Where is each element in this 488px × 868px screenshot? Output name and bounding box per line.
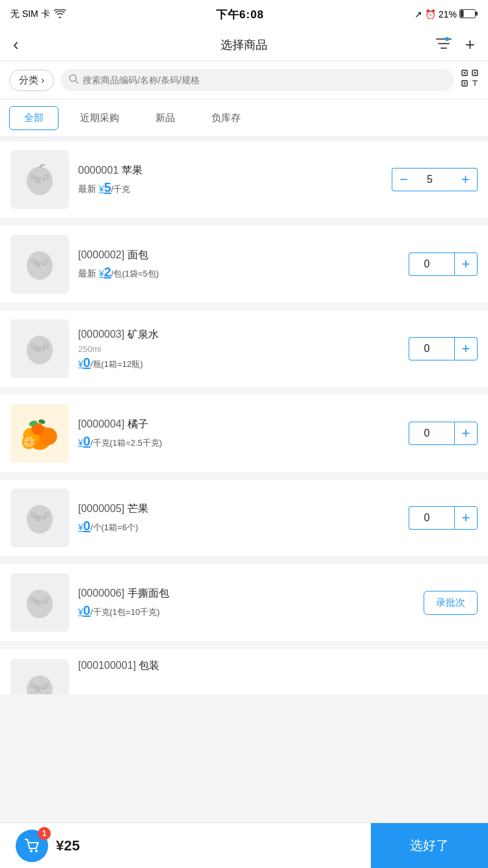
product-price: ¥0/千克(1包=10千克) <box>78 603 414 618</box>
scan-icon[interactable] <box>461 69 479 91</box>
svg-rect-12 <box>464 72 466 74</box>
wifi-icon <box>54 9 66 20</box>
quantity-control: + <box>409 506 478 530</box>
product-price: ¥0/个(1箱=6个) <box>78 519 400 534</box>
svg-point-20 <box>43 174 49 180</box>
quantity-input[interactable] <box>409 422 454 445</box>
alarm-icon: ⏰ <box>425 9 436 20</box>
nav-right: + <box>435 34 475 55</box>
product-info: [0000003] 矿泉水 250ml ¥0/瓶(1箱=12瓶) <box>78 328 400 370</box>
product-image: 智+ <box>10 489 69 547</box>
product-price: ¥0/千克(1箱=2.5千克) <box>78 434 400 449</box>
category-button[interactable]: 分类 › <box>9 70 54 91</box>
svg-point-54 <box>35 850 38 852</box>
quantity-control: + <box>409 337 478 360</box>
product-info: [000100001] 包装 <box>78 659 478 675</box>
status-carrier: 无 SIM 卡 <box>10 8 66 20</box>
tab-new[interactable]: 新品 <box>141 106 190 130</box>
svg-point-47 <box>30 597 36 603</box>
list-item: 智+ [0000003] 矿泉水 250ml ¥0/瓶(1箱=12瓶) + <box>0 310 488 387</box>
svg-point-6 <box>445 37 449 41</box>
increase-button[interactable]: + <box>454 422 478 445</box>
quantity-control: − + <box>392 168 478 191</box>
product-name: [0000005] 芒果 <box>78 502 400 516</box>
svg-point-43 <box>30 512 36 519</box>
confirm-button[interactable]: 选好了 <box>371 823 488 869</box>
search-icon <box>68 74 79 87</box>
svg-point-51 <box>30 683 36 689</box>
svg-rect-13 <box>474 72 476 74</box>
increase-button[interactable]: + <box>454 168 478 191</box>
product-name: [0000004] 橘子 <box>78 418 400 431</box>
product-image: 智+ <box>10 235 69 293</box>
product-price: ¥0/瓶(1箱=12瓶) <box>78 355 400 370</box>
list-item: 智+ [0000002] 面包 最新 ¥2/包(1袋=5包) + <box>0 226 488 303</box>
batch-button[interactable]: 录批次 <box>424 591 478 615</box>
page-title: 选择商品 <box>221 37 267 53</box>
svg-point-44 <box>43 512 49 519</box>
add-button[interactable]: + <box>465 34 475 55</box>
list-item: 智+ [000100001] 包装 <box>0 649 488 694</box>
svg-rect-1 <box>476 12 478 16</box>
quantity-control: + <box>409 422 478 445</box>
quantity-control: + <box>409 252 478 276</box>
cart-area: 1 ¥25 <box>0 830 371 862</box>
quantity-input[interactable] <box>409 337 454 360</box>
status-bar: 无 SIM 卡 下午6:08 ↗ ⏰ 21% <box>0 0 488 29</box>
increase-button[interactable]: + <box>454 506 478 530</box>
quantity-input[interactable] <box>415 168 454 191</box>
total-price: ¥25 <box>56 837 80 854</box>
filter-icon[interactable] <box>435 36 452 53</box>
svg-point-53 <box>30 850 33 852</box>
product-name: [0000006] 手撕面包 <box>78 587 414 601</box>
svg-point-52 <box>43 683 49 689</box>
list-item: 智+ [0000005] 芒果 ¥0/个(1箱=6个) + <box>0 480 488 556</box>
search-box <box>61 69 454 91</box>
quantity-input[interactable] <box>409 252 454 276</box>
svg-point-23 <box>30 258 36 265</box>
svg-rect-2 <box>460 10 463 17</box>
product-image: 智+ <box>10 659 69 694</box>
battery-indicator: 21% <box>439 9 457 20</box>
svg-point-19 <box>30 174 36 180</box>
bottom-bar: 1 ¥25 选好了 <box>0 822 488 868</box>
increase-button[interactable]: + <box>454 337 478 360</box>
product-spec: 250ml <box>78 344 400 354</box>
product-name: 0000001 苹果 <box>78 164 383 178</box>
status-indicators: ↗ ⏰ 21% <box>414 9 478 20</box>
svg-point-27 <box>30 343 36 349</box>
cart-badge: 1 <box>38 827 51 840</box>
product-info: [0000006] 手撕面包 ¥0/千克(1包=10千克) <box>78 587 414 618</box>
product-name: [0000002] 面包 <box>78 249 400 262</box>
product-price: 最新 ¥5/千克 <box>78 180 383 195</box>
quantity-input[interactable] <box>409 506 454 530</box>
svg-point-28 <box>43 343 49 349</box>
filter-bar: 分类 › <box>0 61 488 100</box>
cart-button[interactable]: 1 <box>16 830 48 862</box>
nav-left: ‹ <box>13 34 19 55</box>
back-button[interactable]: ‹ <box>13 34 19 55</box>
status-time: 下午6:08 <box>216 7 264 22</box>
product-image: 智+ <box>10 150 69 209</box>
tab-all[interactable]: 全部 <box>9 106 59 130</box>
product-image: 智+ <box>10 319 69 378</box>
product-name: [0000003] 矿泉水 <box>78 328 400 342</box>
product-info: 0000001 苹果 最新 ¥5/千克 <box>78 164 383 195</box>
svg-rect-14 <box>464 83 466 85</box>
product-image: 智+ <box>10 573 69 632</box>
battery-icon <box>459 9 478 20</box>
product-info: [0000004] 橘子 ¥0/千克(1箱=2.5千克) <box>78 418 400 449</box>
decrease-button[interactable]: − <box>392 168 415 191</box>
tab-negative[interactable]: 负库存 <box>197 106 256 130</box>
nav-bar: ‹ 选择商品 + <box>0 29 488 61</box>
location-icon: ↗ <box>414 9 422 20</box>
product-info: [0000005] 芒果 ¥0/个(1箱=6个) <box>78 502 400 534</box>
product-name: [000100001] 包装 <box>78 659 478 673</box>
list-item: 智+ [0000006] 手撕面包 ¥0/千克(1包=10千克) 录批次 <box>0 564 488 641</box>
search-input[interactable] <box>83 75 446 85</box>
svg-point-24 <box>43 258 49 265</box>
increase-button[interactable]: + <box>454 252 478 276</box>
tab-recent[interactable]: 近期采购 <box>65 106 134 130</box>
svg-point-48 <box>43 597 49 603</box>
list-item: 智+ 0000001 苹果 最新 ¥5/千克 − + <box>0 141 488 218</box>
